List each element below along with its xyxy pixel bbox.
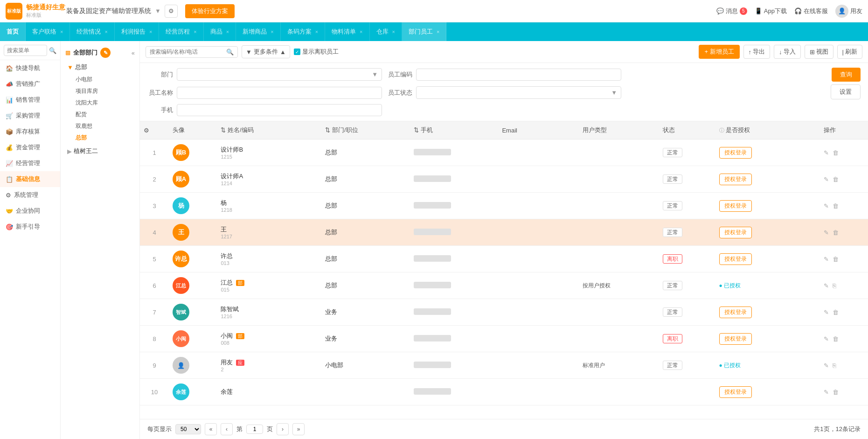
edit-icon[interactable]: ✎ bbox=[824, 362, 829, 369]
col-phone-header[interactable]: ⇅ 手机 bbox=[410, 121, 499, 139]
export-btn[interactable]: ↑ 导出 bbox=[743, 45, 771, 59]
tab-new-goods[interactable]: 新增商品 × bbox=[236, 22, 280, 41]
phone-text-input[interactable] bbox=[181, 107, 378, 113]
filter-search-input[interactable] bbox=[150, 49, 224, 55]
auth-login-btn[interactable]: 授权登录 bbox=[719, 253, 752, 265]
auth-login-btn[interactable]: 授权登录 bbox=[719, 333, 752, 345]
delete-icon[interactable]: 🗑 bbox=[833, 202, 839, 209]
sidebar-item-finance[interactable]: 💰 资金管理 bbox=[0, 139, 60, 155]
prev-page-btn[interactable]: ‹ bbox=[221, 423, 233, 435]
auth-login-btn[interactable]: 授权登录 bbox=[719, 174, 752, 185]
edit-icon[interactable]: ✎ bbox=[824, 309, 829, 316]
sidebar-item-basic[interactable]: 📋 基础信息 bbox=[0, 171, 60, 187]
empcode-filter-input[interactable] bbox=[416, 69, 621, 81]
add-employee-btn[interactable]: + 新增员工 bbox=[699, 45, 739, 59]
sidebar-item-purchase[interactable]: 🛒 采购管理 bbox=[0, 108, 60, 124]
sidebar-item-sales[interactable]: 📊 销售管理 bbox=[0, 92, 60, 108]
row-actions: ✎🗑 bbox=[820, 193, 868, 219]
dept-filter-select[interactable]: ▼ bbox=[177, 68, 382, 81]
edit-icon[interactable]: ✎ bbox=[824, 282, 829, 289]
settings-button[interactable]: ⚙ bbox=[165, 5, 178, 18]
auth-login-btn[interactable]: 授权登录 bbox=[719, 307, 752, 318]
dept-child-xiaodian[interactable]: 小电部 bbox=[62, 74, 138, 85]
edit-icon[interactable]: ✎ bbox=[824, 256, 829, 263]
delete-icon[interactable]: 🗑 bbox=[833, 149, 839, 156]
view-btn[interactable]: ⊞ 视图 bbox=[805, 45, 833, 59]
dept-child-shenyang[interactable]: 沈阳大库 bbox=[62, 97, 138, 109]
empname-filter-input[interactable] bbox=[177, 87, 382, 99]
tab-home[interactable]: 首页 bbox=[0, 22, 26, 41]
page-number-input[interactable] bbox=[246, 425, 263, 434]
edit-icon[interactable]: ✎ bbox=[824, 149, 829, 156]
show-resigned-toggle[interactable]: ✓ 显示离职员工 bbox=[294, 48, 339, 56]
delete-icon[interactable]: 🗑 bbox=[833, 256, 839, 263]
tab-history[interactable]: 经营历程 × bbox=[159, 22, 203, 41]
dept-group-title-tree[interactable]: ▶ 植树王二 bbox=[62, 145, 138, 158]
auth-login-btn[interactable]: 授权登录 bbox=[719, 200, 752, 212]
sidebar-item-quicknav[interactable]: 🏠 快捷导航 bbox=[0, 60, 60, 76]
tab-department[interactable]: 部门员工 × bbox=[402, 22, 446, 41]
dept-edit-btn[interactable]: ✎ bbox=[100, 48, 111, 58]
experience-btn[interactable]: 体验行业方案 bbox=[185, 4, 235, 18]
delete-icon[interactable]: 🗑 bbox=[833, 309, 839, 316]
copy-icon[interactable]: ⎘ bbox=[833, 362, 836, 369]
copy-icon[interactable]: ⎘ bbox=[833, 282, 836, 289]
message-btn[interactable]: 💬 消息 5 bbox=[716, 7, 747, 15]
title-dropdown-arrow[interactable]: ▼ bbox=[155, 7, 161, 14]
sidebar-item-management[interactable]: 📈 经营管理 bbox=[0, 155, 60, 171]
empstatus-filter-select[interactable]: ▼ bbox=[416, 86, 621, 99]
delete-icon[interactable]: 🗑 bbox=[833, 176, 839, 183]
delete-icon[interactable]: 🗑 bbox=[833, 335, 839, 342]
edit-icon[interactable]: ✎ bbox=[824, 335, 829, 342]
edit-icon[interactable]: ✎ bbox=[824, 389, 829, 396]
tab-operation[interactable]: 经营情况 × bbox=[70, 22, 114, 41]
auth-login-btn[interactable]: 授权登录 bbox=[719, 386, 752, 398]
tab-material[interactable]: 物料清单 × bbox=[325, 22, 369, 41]
tab-barcode[interactable]: 条码方案 × bbox=[281, 22, 325, 41]
query-btn[interactable]: 查询 bbox=[832, 68, 861, 82]
tab-goods[interactable]: 商品 × bbox=[204, 22, 236, 41]
empcode-text-input[interactable] bbox=[420, 71, 617, 78]
more-conditions-btn[interactable]: ▼ 更多条件 ▲ bbox=[242, 45, 290, 58]
col-name-header[interactable]: ⇅ 姓名/编码 bbox=[217, 121, 321, 139]
tab-warehouse[interactable]: 仓库 × bbox=[370, 22, 402, 41]
dept-child-project[interactable]: 项目库房 bbox=[62, 85, 138, 97]
auth-login-btn[interactable]: 授权登录 bbox=[719, 227, 752, 238]
dept-child-peihuo[interactable]: 配货 bbox=[62, 109, 138, 120]
col-settings-header[interactable]: ⚙ bbox=[140, 121, 169, 139]
sidebar-item-marketing[interactable]: 📣 营销推广 bbox=[0, 76, 60, 92]
empname-text-input[interactable] bbox=[181, 90, 378, 96]
import-btn[interactable]: ↓ 导入 bbox=[774, 45, 801, 59]
next-page-btn[interactable]: › bbox=[277, 423, 289, 435]
tab-profit[interactable]: 利润报告 × bbox=[115, 22, 159, 41]
show-resigned-checkbox[interactable]: ✓ bbox=[294, 49, 300, 55]
user-area[interactable]: 👤 用友 bbox=[835, 5, 862, 18]
online-service-btn[interactable]: 🎧 在线客服 bbox=[794, 7, 828, 15]
edit-icon[interactable]: ✎ bbox=[824, 229, 829, 236]
dept-collapse-btn[interactable]: « bbox=[132, 49, 135, 56]
app-download-btn[interactable]: 📱 App下载 bbox=[755, 7, 787, 15]
first-page-btn[interactable]: « bbox=[205, 423, 217, 435]
phone-filter-input[interactable] bbox=[177, 104, 382, 116]
dept-child-zongbu[interactable]: 总部 bbox=[62, 132, 138, 144]
sidebar-item-system[interactable]: ⚙ 系统管理 bbox=[0, 187, 60, 203]
authorized-text: 已授权 bbox=[719, 362, 816, 369]
edit-icon[interactable]: ✎ bbox=[824, 176, 829, 183]
auth-login-btn[interactable]: 授权登录 bbox=[719, 147, 752, 159]
more-btn[interactable]: | 刷新 bbox=[837, 45, 862, 59]
sidebar-search-input[interactable] bbox=[4, 45, 47, 56]
sidebar-item-guide[interactable]: 🎯 新手引导 bbox=[0, 219, 60, 235]
last-page-btn[interactable]: » bbox=[292, 423, 305, 435]
sidebar-item-collab[interactable]: 🤝 企业协同 bbox=[0, 203, 60, 219]
col-dept-header[interactable]: ⇅ 部门/职位 bbox=[321, 121, 410, 139]
dept-group-tree: ▶ 植树王二 bbox=[62, 145, 138, 158]
dept-group-title-hq[interactable]: ▼ 总部 bbox=[62, 61, 138, 74]
edit-icon[interactable]: ✎ bbox=[824, 202, 829, 209]
dept-child-shuanglu[interactable]: 双鹿想 bbox=[62, 120, 138, 132]
set-btn[interactable]: 设置 bbox=[831, 84, 861, 99]
tab-customer[interactable]: 客户联络 × bbox=[26, 22, 70, 41]
delete-icon[interactable]: 🗑 bbox=[833, 389, 839, 396]
sidebar-item-inventory[interactable]: 📦 库存核算 bbox=[0, 124, 60, 139]
delete-icon[interactable]: 🗑 bbox=[833, 229, 839, 236]
page-size-select[interactable]: 50 100 200 bbox=[175, 424, 201, 434]
